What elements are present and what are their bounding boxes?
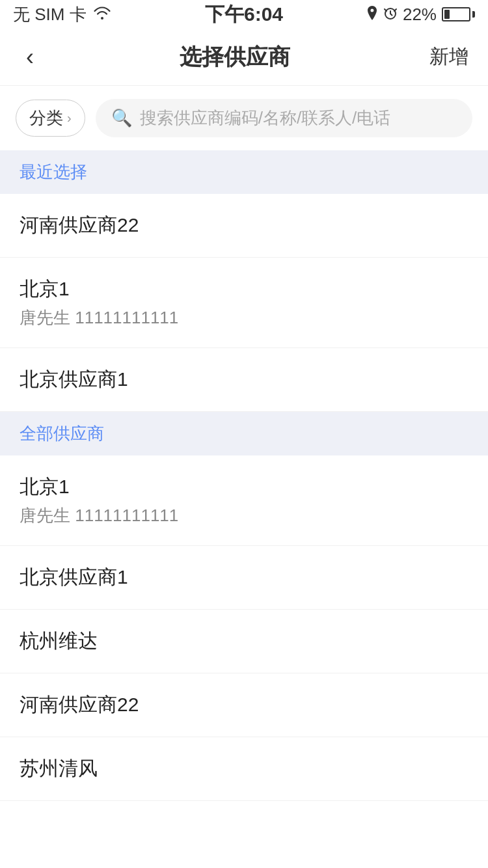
chevron-right-icon: › (67, 111, 72, 126)
all-section-header: 全部供应商 (0, 412, 488, 455)
list-item[interactable]: 北京1唐先生 11111111111 (0, 455, 488, 546)
carrier-label: 无 SIM 卡 (13, 3, 87, 26)
status-right: 22% (366, 5, 475, 25)
list-item[interactable]: 北京1唐先生 11111111111 (0, 258, 488, 348)
item-name: 北京1 (20, 276, 468, 303)
item-name: 河南供应商22 (20, 212, 468, 239)
battery-icon (442, 7, 475, 21)
item-name: 北京供应商1 (20, 366, 468, 393)
category-button[interactable]: 分类 › (16, 100, 85, 137)
item-name: 杭州维达 (20, 628, 468, 655)
search-icon: 🔍 (111, 108, 132, 128)
all-section-label: 全部供应商 (20, 424, 104, 443)
category-label: 分类 (29, 107, 63, 129)
list-item[interactable]: 河南供应商22 (0, 673, 488, 737)
item-name: 北京1 (20, 474, 468, 500)
item-name: 苏州清风 (20, 755, 468, 782)
item-name: 北京供应商1 (20, 564, 468, 591)
page-title: 选择供应商 (180, 42, 290, 72)
list-item[interactable]: 北京供应商1 (0, 348, 488, 412)
status-left: 无 SIM 卡 (13, 3, 111, 26)
battery-label: 22% (403, 5, 437, 25)
filter-row: 分类 › 🔍 搜索供应商编码/名称/联系人/电话 (0, 86, 488, 150)
alarm-icon (383, 5, 398, 25)
list-item[interactable]: 杭州维达 (0, 610, 488, 673)
status-time: 下午6:04 (205, 1, 283, 28)
back-button[interactable]: ‹ (20, 37, 40, 77)
list-item[interactable]: 北京供应商1 (0, 546, 488, 610)
all-list: 北京1唐先生 11111111111北京供应商1杭州维达河南供应商22苏州清风 (0, 455, 488, 801)
search-placeholder: 搜索供应商编码/名称/联系人/电话 (140, 107, 391, 129)
status-bar: 无 SIM 卡 下午6:04 22% (0, 0, 488, 29)
recent-list: 河南供应商22北京1唐先生 11111111111北京供应商1 (0, 194, 488, 412)
item-sub: 唐先生 11111111111 (20, 306, 468, 329)
item-sub: 唐先生 11111111111 (20, 504, 468, 527)
list-item[interactable]: 苏州清风 (0, 737, 488, 801)
add-button[interactable]: 新增 (429, 44, 468, 70)
search-box[interactable]: 🔍 搜索供应商编码/名称/联系人/电话 (96, 99, 472, 137)
recent-section-header: 最近选择 (0, 150, 488, 194)
list-item[interactable]: 河南供应商22 (0, 194, 488, 258)
wifi-icon (93, 5, 111, 25)
recent-section-label: 最近选择 (20, 162, 87, 182)
nav-bar: ‹ 选择供应商 新增 (0, 29, 488, 86)
item-name: 河南供应商22 (20, 692, 468, 718)
location-icon (366, 5, 378, 25)
